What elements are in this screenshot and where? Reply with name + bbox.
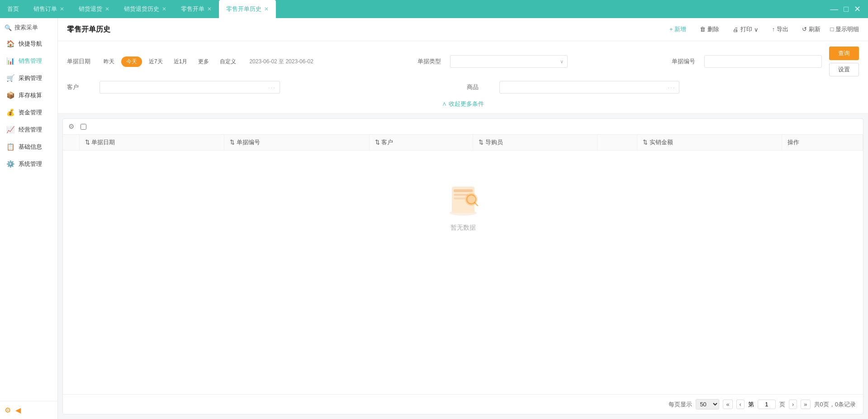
filter-setting-button[interactable]: 设置 <box>829 63 859 76</box>
basic-info-icon: 📋 <box>6 143 15 151</box>
next-page-btn[interactable]: › <box>789 400 797 409</box>
sidebar-item-operations[interactable]: 📈 经营管理 <box>0 121 57 138</box>
sales-icon: 📊 <box>6 57 15 65</box>
select-all-checkbox[interactable] <box>81 124 86 130</box>
page-number-input[interactable] <box>758 400 776 409</box>
table-wrapper: ⇅ 单据日期 ⇅ 单据编号 ⇅ 客户 <box>63 135 863 394</box>
page-label: 页 <box>779 400 785 409</box>
first-page-btn[interactable]: « <box>723 400 732 409</box>
sidebar-item-finance[interactable]: 💰 资金管理 <box>0 104 57 121</box>
window-max-btn[interactable]: □ <box>844 5 849 14</box>
tab-retail-history[interactable]: 零售开单历史 ✕ <box>219 0 276 18</box>
prev-page-btn[interactable]: ‹ <box>736 400 745 409</box>
number-input[interactable] <box>704 55 822 68</box>
col-amount[interactable]: ⇅ 实销金额 <box>637 135 782 151</box>
query-button[interactable]: 查询 <box>829 47 859 60</box>
operations-icon: 📈 <box>6 126 15 134</box>
delete-button[interactable]: 🗑 删除 <box>696 24 723 35</box>
type-select[interactable]: ∨ <box>450 55 568 68</box>
product-input[interactable]: ··· <box>499 81 680 94</box>
page-size-label: 每页显示 <box>669 400 692 409</box>
product-dots-icon: ··· <box>668 84 675 91</box>
filter-row-2: 客户 ··· 商品 ··· <box>67 81 859 94</box>
page-title: 零售开单历史 <box>67 25 110 34</box>
col-salesperson[interactable]: ⇅ 导购员 <box>473 135 598 151</box>
total-info: 共0页，0条记录 <box>814 400 856 409</box>
date-range: 2023-06-02 至 2023-06-02 <box>249 58 313 66</box>
display-detail-button[interactable]: □ 显示明细 <box>830 25 859 33</box>
content-area: 零售开单历史 + 新增 🗑 删除 🖨 打印 ∨ ↑ 导出 ↺ 刷新 □ 显示明细… <box>58 18 868 419</box>
sidebar-item-sys-mgmt[interactable]: ⚙️ 系统管理 <box>0 155 57 173</box>
add-button[interactable]: + 新增 <box>666 24 690 35</box>
export-button[interactable]: ↑ 导出 <box>768 24 792 35</box>
print-label: 打印 <box>740 25 752 33</box>
sidebar-item-quick-nav[interactable]: 🏠 快捷导航 <box>0 35 57 52</box>
sidebar: 🔍 搜索采单 🏠 快捷导航 📊 销售管理 🛒 采购管理 📦 库存核算 💰 资金管… <box>0 18 58 419</box>
close-sales-order[interactable]: ✕ <box>60 6 64 12</box>
date-btn-today[interactable]: 今天 <box>121 56 142 67</box>
customer-dots-icon: ··· <box>268 84 276 91</box>
table-gear-icon[interactable]: ⚙ <box>68 122 74 131</box>
close-return-history[interactable]: ✕ <box>162 6 166 12</box>
number-label: 单据编号 <box>672 57 697 66</box>
sidebar-item-purchase-mgmt[interactable]: 🛒 采购管理 <box>0 70 57 87</box>
date-btn-more[interactable]: 更多 <box>194 56 213 67</box>
col-action: 操作 <box>782 135 863 151</box>
pagination: 每页显示 50 10 20 100 « ‹ 第 页 › » 共0页，0条记录 <box>63 394 863 414</box>
table-area: ⚙ ⇅ 单据日期 ⇅ 单据编号 <box>62 118 863 414</box>
tab-sales-order[interactable]: 销售订单 ✕ <box>26 0 71 18</box>
close-retail-open[interactable]: ✕ <box>207 6 212 12</box>
date-btn-yesterday[interactable]: 昨天 <box>100 56 119 67</box>
window-close-btn[interactable]: ✕ <box>854 4 861 14</box>
date-btn-7days[interactable]: 近7天 <box>145 56 167 67</box>
header-actions: + 新增 🗑 删除 🖨 打印 ∨ ↑ 导出 ↺ 刷新 □ 显示明细 <box>666 24 859 35</box>
sidebar-search[interactable]: 🔍 搜索采单 <box>0 18 57 35</box>
sidebar-item-sales-mgmt[interactable]: 📊 销售管理 <box>0 52 57 70</box>
date-label: 单据日期 <box>67 57 92 66</box>
empty-state: 暂无数据 <box>63 151 863 259</box>
sidebar-item-inventory[interactable]: 📦 库存核算 <box>0 87 57 104</box>
table-toolbar: ⚙ <box>63 119 863 135</box>
type-label: 单据类型 <box>417 57 443 66</box>
collapse-filter-btn[interactable]: ∧ 收起更多条件 <box>436 98 489 110</box>
right-btns: 查询 设置 <box>829 47 859 76</box>
last-page-btn[interactable]: » <box>801 400 810 409</box>
print-button[interactable]: 🖨 打印 ∨ <box>729 24 762 35</box>
settings-btn[interactable]: ⚙ <box>5 406 11 414</box>
tab-retail-open[interactable]: 零售开单 ✕ <box>174 0 219 18</box>
customer-input[interactable]: ··· <box>100 81 280 94</box>
filter-row-1: 单据日期 昨天 今天 近7天 近1月 更多 自定义 2023-06-02 至 2… <box>67 47 859 76</box>
col-customer[interactable]: ⇅ 客户 <box>369 135 473 151</box>
window-controls: — □ ✕ <box>830 4 868 14</box>
svg-rect-4 <box>454 198 465 199</box>
date-btn-1month[interactable]: 近1月 <box>170 56 192 67</box>
svg-rect-2 <box>454 189 473 192</box>
close-retail-history[interactable]: ✕ <box>264 6 269 12</box>
page-header: 零售开单历史 + 新增 🗑 删除 🖨 打印 ∨ ↑ 导出 ↺ 刷新 □ 显示明细 <box>58 18 868 41</box>
data-table: ⇅ 单据日期 ⇅ 单据编号 ⇅ 客户 <box>63 135 863 151</box>
col-number[interactable]: ⇅ 单据编号 <box>224 135 370 151</box>
date-btn-custom[interactable]: 自定义 <box>216 56 240 67</box>
filter-area: 单据日期 昨天 今天 近7天 近1月 更多 自定义 2023-06-02 至 2… <box>58 41 868 114</box>
sidebar-item-basic-info[interactable]: 📋 基础信息 <box>0 138 57 155</box>
collapse-sidebar-btn[interactable]: ◀ <box>15 406 21 414</box>
window-min-btn[interactable]: — <box>830 5 838 14</box>
close-sales-return[interactable]: ✕ <box>105 6 109 12</box>
page-size-select[interactable]: 50 10 20 100 <box>696 399 719 410</box>
sys-mgmt-icon: ⚙️ <box>6 160 15 168</box>
inventory-icon: 📦 <box>6 91 15 99</box>
purchase-icon: 🛒 <box>6 74 15 82</box>
print-arrow: ∨ <box>754 26 759 33</box>
svg-rect-3 <box>454 194 468 196</box>
tab-sales-return[interactable]: 销货退货 ✕ <box>71 0 117 18</box>
table-header: ⇅ 单据日期 ⇅ 单据编号 ⇅ 客户 <box>63 135 863 151</box>
sidebar-bottom: ⚙ ◀ <box>0 401 57 419</box>
home-icon: 🏠 <box>6 40 15 48</box>
tab-home[interactable]: 首页 <box>0 0 26 18</box>
col-date[interactable]: ⇅ 单据日期 <box>79 135 224 151</box>
refresh-button[interactable]: ↺ 刷新 <box>798 24 824 35</box>
col-index <box>63 135 79 151</box>
main-layout: 🔍 搜索采单 🏠 快捷导航 📊 销售管理 🛒 采购管理 📦 库存核算 💰 资金管… <box>0 18 868 419</box>
tab-sales-return-history[interactable]: 销货退货历史 ✕ <box>117 0 174 18</box>
top-bar: 首页 销售订单 ✕ 销货退货 ✕ 销货退货历史 ✕ 零售开单 ✕ 零售开单历史 … <box>0 0 868 18</box>
